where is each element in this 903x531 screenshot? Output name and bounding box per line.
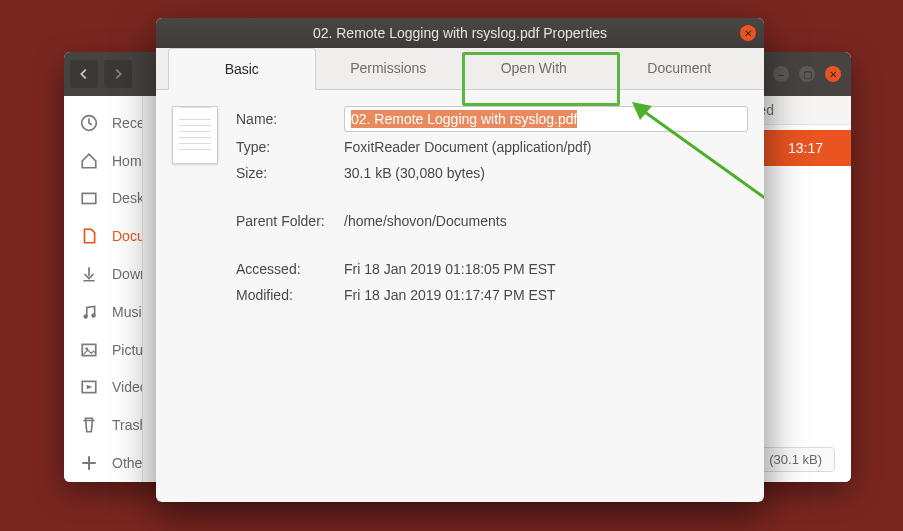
window-minimize-button[interactable]: – [773, 66, 789, 82]
sidebar-item-videos[interactable]: Videos [64, 369, 142, 407]
sidebar-item-documents[interactable]: Documents [64, 217, 142, 255]
nav-back-button[interactable] [70, 60, 98, 88]
tab-label: Permissions [350, 60, 426, 76]
sidebar-item-desktop[interactable]: Desktop [64, 180, 142, 218]
sidebar-item-pictures[interactable]: Pictures [64, 331, 142, 369]
desktop-icon [80, 190, 98, 208]
modified-value: Fri 18 Jan 2019 01:17:47 PM EST [344, 287, 556, 303]
clock-icon [80, 114, 98, 132]
type-value: FoxitReader Document (application/pdf) [344, 139, 591, 155]
sidebar-item-label: Downloads [112, 266, 142, 282]
chevron-right-icon [111, 67, 125, 81]
dialog-tabs: Basic Permissions Open With Document [156, 48, 764, 90]
size-label: Size: [236, 165, 344, 181]
window-close-button[interactable]: ✕ [825, 66, 841, 82]
home-icon [80, 152, 98, 170]
downloads-icon [80, 265, 98, 283]
file-row-modified-time: 13:17 [788, 140, 823, 156]
properties-dialog: 02. Remote Logging with rsyslog.pdf Prop… [156, 18, 764, 502]
tab-basic[interactable]: Basic [168, 48, 316, 90]
sidebar-item-other[interactable]: Other Locations [64, 444, 142, 482]
parent-folder-label: Parent Folder: [236, 213, 344, 229]
window-controls: – ▢ ✕ [773, 66, 845, 82]
size-value: 30.1 kB (30,080 bytes) [344, 165, 485, 181]
file-manager-sidebar: Recent Home Desktop Documents Downloads … [64, 96, 143, 482]
sidebar-item-trash[interactable]: Trash [64, 406, 142, 444]
svg-point-2 [83, 314, 88, 319]
sidebar-item-label: Desktop [112, 190, 142, 206]
statusbar-size: (30.1 kB) [756, 447, 835, 472]
parent-folder-value: /home/shovon/Documents [344, 213, 507, 229]
sidebar-item-downloads[interactable]: Downloads [64, 255, 142, 293]
tab-label: Open With [501, 60, 567, 76]
accessed-label: Accessed: [236, 261, 344, 277]
documents-icon [80, 227, 98, 245]
sidebar-item-label: Other Locations [112, 455, 142, 471]
name-input[interactable]: 02. Remote Logging with rsyslog.pdf [344, 106, 748, 132]
chevron-left-icon [77, 67, 91, 81]
pictures-icon [80, 341, 98, 359]
sidebar-item-label: Home [112, 153, 142, 169]
nav-forward-button[interactable] [104, 60, 132, 88]
tab-open-with[interactable]: Open With [461, 48, 607, 89]
sidebar-item-label: Recent [112, 115, 142, 131]
tab-document[interactable]: Document [607, 48, 753, 89]
file-thumbnail [172, 106, 218, 164]
sidebar-item-label: Music [112, 304, 142, 320]
sidebar-item-home[interactable]: Home [64, 142, 142, 180]
modified-label: Modified: [236, 287, 344, 303]
sidebar-item-music[interactable]: Music [64, 293, 142, 331]
svg-point-3 [91, 313, 96, 318]
dialog-titlebar[interactable]: 02. Remote Logging with rsyslog.pdf Prop… [156, 18, 764, 48]
dialog-body: Name: 02. Remote Logging with rsyslog.pd… [156, 90, 764, 318]
tab-label: Document [647, 60, 711, 76]
other-icon [80, 454, 98, 472]
svg-rect-1 [82, 193, 96, 203]
tab-permissions[interactable]: Permissions [316, 48, 462, 89]
videos-icon [80, 378, 98, 396]
sidebar-item-recent[interactable]: Recent [64, 104, 142, 142]
sidebar-item-label: Trash [112, 417, 142, 433]
music-icon [80, 303, 98, 321]
sidebar-item-label: Documents [112, 228, 142, 244]
dialog-title: 02. Remote Logging with rsyslog.pdf Prop… [313, 25, 607, 41]
dialog-close-button[interactable]: ✕ [740, 25, 756, 41]
trash-icon [80, 416, 98, 434]
name-input-selection: 02. Remote Logging with rsyslog.pdf [351, 110, 577, 128]
name-label: Name: [236, 111, 344, 127]
sidebar-item-label: Pictures [112, 342, 142, 358]
type-label: Type: [236, 139, 344, 155]
tab-label: Basic [225, 61, 259, 77]
sidebar-item-label: Videos [112, 379, 142, 395]
window-maximize-button[interactable]: ▢ [799, 66, 815, 82]
accessed-value: Fri 18 Jan 2019 01:18:05 PM EST [344, 261, 556, 277]
